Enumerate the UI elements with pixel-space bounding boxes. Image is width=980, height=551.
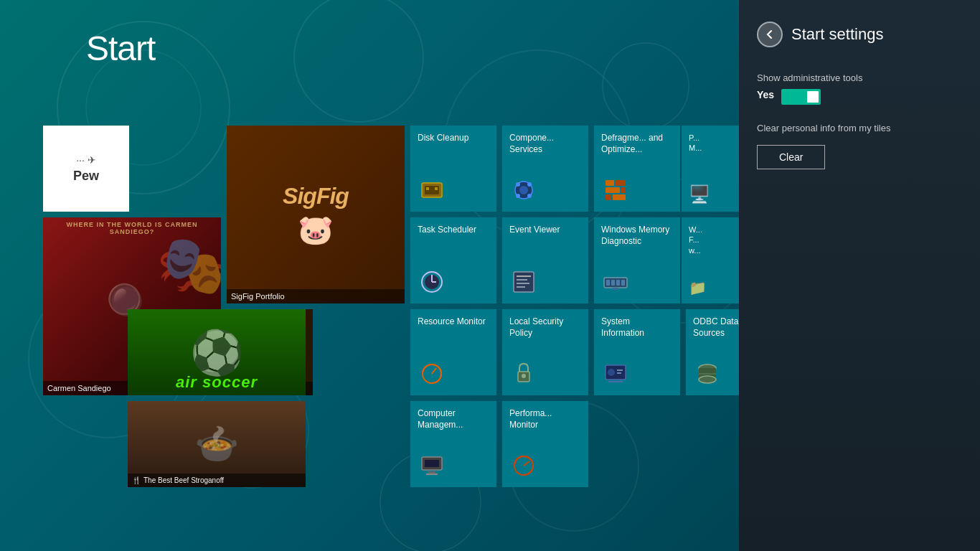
resource-monitor-icon	[418, 359, 446, 388]
svg-point-64	[699, 376, 716, 383]
windows-memory-label: Windows Memory Diagnostic	[601, 225, 673, 247]
task-scheduler-icon	[418, 268, 446, 296]
event-viewer-label: Event Viewer	[509, 225, 581, 236]
tile-airsoccer[interactable]: ⚽ air soccer	[128, 309, 306, 395]
clear-info-label: Clear personal info from my tiles	[757, 123, 962, 133]
svg-rect-53	[617, 369, 623, 371]
settings-title: Start settings	[791, 25, 883, 44]
tile-task-scheduler[interactable]: Task Scheduler	[410, 217, 496, 303]
partial-tile-2[interactable]: W...F...w... 📁	[682, 217, 739, 303]
disk-cleanup-label: Disk Cleanup	[418, 133, 489, 144]
svg-rect-43	[606, 194, 611, 200]
admin-tools-label: Show administrative tools	[757, 72, 962, 83]
tile-system-info[interactable]: System Information	[594, 309, 680, 395]
admin-col-1: Disk Cleanup Task Scheduler	[410, 126, 496, 487]
svg-rect-44	[613, 194, 626, 200]
tile-component-services[interactable]: Compone... Services	[502, 126, 588, 212]
svg-rect-47	[611, 280, 615, 286]
computer-mgmt-icon	[418, 451, 446, 480]
odbc-label: ODBC Data Sources	[693, 316, 739, 339]
partial-tile-1[interactable]: P...M... 🖥️	[682, 126, 739, 212]
svg-rect-42	[621, 187, 626, 193]
component-services-icon	[509, 176, 538, 204]
svg-point-36	[522, 374, 526, 378]
svg-rect-22	[428, 471, 435, 474]
partial-tiles: P...M... 🖥️ W...F...w... 📁	[682, 126, 739, 303]
svg-rect-40	[616, 180, 626, 186]
svg-point-52	[608, 369, 615, 376]
toggle-switch: Yes	[757, 89, 962, 105]
local-security-label: Local Security Policy	[509, 316, 581, 339]
svg-rect-41	[606, 187, 620, 193]
windows-memory-icon	[601, 268, 630, 296]
partial-tile-1-label: P...M...	[689, 133, 732, 154]
tile-stroganoff[interactable]: 🍲 🍴 The Best Beef Stroganoff	[128, 401, 306, 487]
svg-point-4	[603, 43, 689, 129]
svg-rect-34	[517, 286, 525, 288]
disk-cleanup-icon	[418, 176, 446, 204]
svg-rect-33	[517, 283, 529, 284]
svg-rect-54	[617, 372, 621, 374]
admin-tools-section: Show administrative tools Yes	[757, 72, 962, 105]
bottom-left-tiles: ⚽ air soccer 🍲 🍴 The Best Beef Stroganof…	[128, 309, 306, 487]
svg-point-28	[516, 194, 520, 198]
sigfig-label: SigFig Portfolio	[227, 289, 405, 303]
back-button[interactable]	[757, 22, 783, 47]
svg-point-29	[527, 194, 532, 198]
svg-point-27	[527, 182, 532, 187]
admin-tools-value: Yes	[757, 89, 774, 100]
tile-disk-cleanup[interactable]: Disk Cleanup	[410, 126, 496, 212]
toggle-thumb	[807, 91, 819, 103]
tile-local-security[interactable]: Local Security Policy	[502, 309, 588, 395]
svg-rect-50	[613, 288, 618, 290]
svg-rect-46	[606, 280, 610, 286]
svg-rect-55	[608, 381, 623, 382]
clear-info-section: Clear personal info from my tiles Clear	[757, 123, 962, 169]
system-info-icon	[601, 359, 630, 388]
performance-monitor-icon	[509, 451, 538, 480]
settings-header: Start settings	[757, 22, 962, 47]
clear-button[interactable]: Clear	[757, 145, 825, 169]
task-scheduler-label: Task Scheduler	[418, 225, 489, 236]
defrag-icon	[601, 176, 630, 204]
partial-tile-2-label: W...F...w...	[689, 225, 732, 255]
resource-monitor-label: Resource Monitor	[418, 316, 489, 328]
tile-event-viewer[interactable]: Event Viewer	[502, 217, 588, 303]
svg-rect-30	[514, 272, 534, 292]
page-title: Start	[86, 29, 155, 68]
local-security-icon	[509, 359, 538, 388]
admin-col-3: Defragme... and Optimize...	[594, 126, 680, 487]
odbc-icon	[693, 359, 722, 388]
admin-tools-toggle[interactable]	[781, 89, 821, 105]
back-arrow-icon	[764, 29, 776, 40]
svg-rect-21	[425, 460, 439, 467]
tile-windows-memory[interactable]: Windows Memory Diagnostic	[594, 217, 680, 303]
svg-rect-48	[616, 280, 620, 286]
stroganoff-label: 🍴 The Best Beef Stroganoff	[128, 474, 306, 487]
tile-pew[interactable]: ··· ✈ Pew	[43, 126, 129, 212]
tile-performance-monitor[interactable]: Performa... Monitor	[502, 401, 588, 487]
tile-sigfig[interactable]: SigFig 🐷 SigFig Portfolio	[227, 126, 405, 303]
system-info-label: System Information	[601, 316, 673, 339]
tile-computer-mgmt[interactable]: Computer Managem...	[410, 401, 496, 487]
tile-resource-monitor[interactable]: Resource Monitor	[410, 309, 496, 395]
settings-panel: Start settings Show administrative tools…	[739, 0, 980, 551]
computer-mgmt-label: Computer Managem...	[418, 408, 489, 430]
svg-rect-23	[426, 474, 438, 475]
event-viewer-icon	[509, 268, 538, 296]
defrag-label: Defragme... and Optimize...	[601, 133, 673, 155]
component-services-label: Compone... Services	[509, 133, 581, 155]
svg-rect-32	[517, 279, 527, 281]
performance-monitor-label: Performa... Monitor	[509, 408, 581, 430]
svg-point-2	[294, 0, 423, 122]
svg-rect-49	[621, 280, 625, 286]
svg-rect-39	[606, 180, 614, 186]
svg-rect-12	[426, 187, 429, 190]
svg-rect-13	[435, 187, 438, 190]
svg-line-19	[432, 368, 436, 374]
svg-rect-31	[517, 276, 531, 277]
tile-odbc[interactable]: ODBC Data Sources	[686, 309, 739, 395]
svg-point-25	[519, 186, 528, 194]
tile-defrag[interactable]: Defragme... and Optimize...	[594, 126, 680, 212]
main-area: Start ··· ✈ Pew	[0, 0, 739, 551]
